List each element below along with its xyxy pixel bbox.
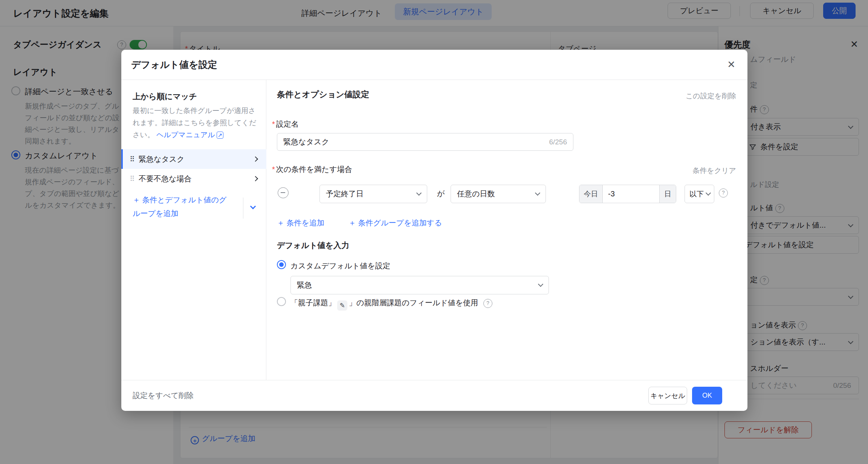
delete-this-setting-link[interactable]: この設定を削除 [686, 91, 736, 101]
remove-condition-button[interactable] [278, 187, 289, 198]
radio-parent-field-label: 「親子課題」✎」の親階層課題のフィールド値を使用 ? [290, 298, 492, 311]
pencil-icon[interactable]: ✎ [337, 300, 347, 311]
match-order-description: 最初に一致した条件グループが適用されます。詳細はこちらを参照してください。 ヘル… [133, 105, 259, 141]
setting-name-input[interactable]: 緊急なタスク 6/256 [277, 133, 573, 151]
dialog-title: デフォルト値を設定 [131, 58, 217, 71]
chevron-down-icon [706, 190, 711, 196]
clear-conditions-link[interactable]: 条件をクリア [692, 166, 736, 176]
comparator-select[interactable]: 以下 [685, 185, 714, 203]
dialog-titlebar: デフォルト値を設定 ✕ [121, 50, 747, 80]
particle-text: が [437, 188, 445, 199]
dialog-left-panel: 上から順にマッチ 最初に一致した条件グループが適用されます。詳細はこちらを参照し… [121, 80, 266, 380]
today-prefix: 今日 [579, 185, 603, 203]
operator-select[interactable]: 任意の日数 [451, 185, 546, 203]
external-link-icon: ↗ [217, 132, 224, 139]
chevron-down-icon [416, 190, 422, 196]
help-manual-link[interactable]: ヘルプマニュアル [156, 131, 215, 139]
delete-all-settings-link[interactable]: 設定をすべて削除 [133, 390, 194, 401]
drag-handle-icon[interactable]: ⠿ [130, 155, 135, 164]
condition-settings-heading: 条件とオプション値設定 [277, 89, 369, 100]
radio-custom-default[interactable] [277, 260, 286, 269]
match-order-heading: 上から順にマッチ [133, 91, 197, 102]
app-window: レイアウト設定を編集 詳細ページレイアウト 新規ページレイアウト プレビュー キ… [0, 0, 868, 464]
add-condition-group-link-main[interactable]: ＋ 条件グループを追加する [348, 218, 442, 228]
add-condition-link[interactable]: ＋ 条件を追加 [277, 218, 324, 228]
days-offset-group: 今日 -3 日 [579, 185, 676, 203]
condition-section-label: *次の条件を満たす場合 [272, 164, 352, 175]
condition-group-item-nonurgent[interactable]: ⠿ 不要不急な場合 [121, 169, 266, 188]
dialog-footer: 設定をすべて削除 キャンセル OK [121, 380, 747, 411]
condition-group-item-urgent[interactable]: ⠿ 緊急なタスク [121, 149, 266, 169]
default-value-heading: デフォルト値を入力 [277, 240, 349, 251]
chevron-down-icon[interactable] [250, 204, 256, 210]
chevron-right-icon [253, 176, 258, 181]
chevron-down-icon [535, 190, 540, 196]
radio-parent-field[interactable] [277, 297, 286, 306]
day-suffix: 日 [659, 185, 676, 203]
chevron-down-icon [538, 282, 543, 287]
dialog-cancel-button[interactable]: キャンセル [648, 387, 687, 404]
drag-handle-icon[interactable]: ⠿ [130, 175, 135, 183]
set-default-value-dialog: デフォルト値を設定 ✕ 上から順にマッチ 最初に一致した条件グループが適用されま… [121, 50, 747, 411]
help-icon[interactable]: ? [719, 188, 728, 198]
field-select[interactable]: 予定終了日 [319, 185, 427, 203]
dialog-ok-button[interactable]: OK [692, 387, 722, 404]
close-icon[interactable]: ✕ [727, 59, 735, 70]
chevron-right-icon [253, 156, 258, 162]
radio-custom-default-label: カスタムデフォルト値を設定 [290, 261, 390, 271]
setting-name-label: *設定名 [272, 119, 299, 129]
char-counter: 6/256 [549, 133, 567, 150]
add-group-divider [243, 198, 243, 219]
days-value-input[interactable]: -3 [603, 185, 659, 203]
default-value-select[interactable]: 緊急 [290, 276, 549, 294]
add-condition-group-link[interactable]: ＋ 条件とデフォルト値のグループを追加 [133, 193, 229, 220]
help-icon[interactable]: ? [483, 299, 492, 308]
